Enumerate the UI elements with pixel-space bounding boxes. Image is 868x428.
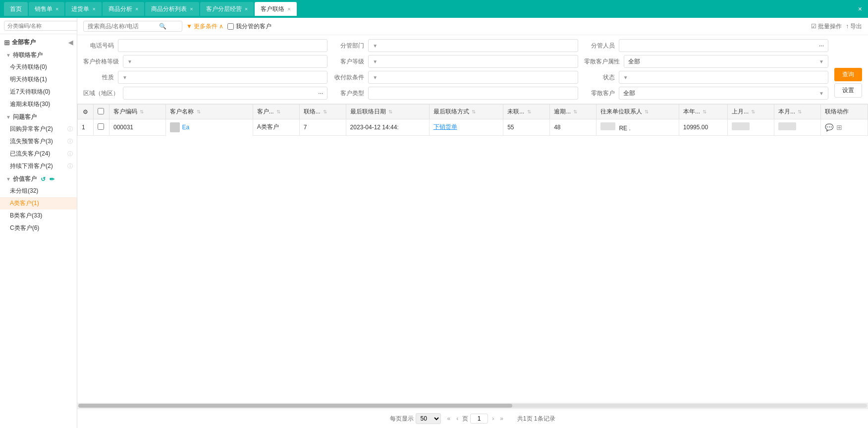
abnormal-label: 回购异常客户(2) [10, 125, 67, 133]
pending-contact-title: 待联络客户 [13, 51, 43, 59]
settings-button[interactable]: 设置 [834, 83, 862, 98]
info-icon-churn-warning: ⓘ [67, 138, 73, 145]
th-not-contacted[interactable]: 未联... ⇅ [503, 105, 550, 119]
nav-tab-analysis-list[interactable]: 商品分析列表 × [145, 2, 199, 16]
filter-search-icon[interactable]: 🔍 [159, 23, 166, 30]
retail-select[interactable]: 全部 ▼ [619, 87, 828, 100]
td-current-month [774, 119, 821, 136]
select-all-checkbox[interactable] [98, 108, 104, 114]
retail-attr-select[interactable]: 全部 ▼ [624, 55, 828, 68]
last-method-link[interactable]: 下销货单 [434, 123, 457, 130]
close-customer-tier-icon[interactable]: × [245, 6, 248, 12]
chat-action-icon[interactable]: 💬 [825, 123, 833, 131]
th-overdue[interactable]: 逾期... ⇅ [550, 105, 597, 119]
export-button[interactable]: ↑ 导出 [846, 22, 862, 31]
sidebar: 🔍 ⊞ 全部客户 ◀ ▼ 待联络客户 今天待联络(0) 明天待联络(1) 近7天… [0, 18, 77, 428]
refresh-icon[interactable]: ↺ [41, 176, 46, 183]
th-current-month[interactable]: 本月... ⇅ [774, 105, 821, 119]
customer-type-input[interactable] [368, 87, 578, 100]
payment-caret: ▼ [373, 75, 378, 80]
nav-tab-customer-tier[interactable]: 客户分层经营 × [200, 2, 254, 16]
sales-label: 销售单 [35, 5, 53, 13]
sidebar-item-unclassified[interactable]: 未分组(32) [0, 185, 77, 197]
my-customers-check[interactable] [227, 23, 234, 30]
page-navigation: « ‹ 页 › » [445, 414, 505, 424]
sort-last-date-icon: ⇅ [388, 109, 392, 114]
dept-select[interactable]: ▼ [368, 39, 578, 52]
top-navigation: 首页 销售单 × 进货单 × 商品分析 × 商品分析列表 × 客户分层经营 × … [0, 0, 868, 18]
status-select[interactable]: ▼ [619, 71, 828, 84]
nav-tab-analysis[interactable]: 商品分析 × [103, 2, 144, 16]
sidebar-item-class-a[interactable]: A类客户(1) [0, 197, 77, 210]
close-sales-icon[interactable]: × [55, 6, 58, 12]
th-contact-count[interactable]: 联络... ⇅ [299, 105, 346, 119]
collapse-sidebar-icon[interactable]: ◀ [68, 39, 73, 46]
customer-name-text[interactable]: Ea [182, 124, 189, 131]
price-grade-select[interactable]: ▼ [123, 55, 327, 68]
filter-search-input[interactable] [88, 23, 157, 30]
grid-action-icon[interactable]: ⊞ [836, 123, 842, 131]
sidebar-item-churn-warning[interactable]: 流失预警客户(3) ⓘ [0, 135, 77, 148]
table-row: 1 000031 Ea A类客户 [78, 119, 868, 136]
close-analysis-icon[interactable]: × [135, 6, 138, 12]
td-contact-person: RE . [597, 119, 679, 136]
sidebar-item-churned[interactable]: 已流失客户(24) ⓘ [0, 148, 77, 160]
customer-grade-select[interactable]: ▼ [368, 55, 578, 68]
first-page-button[interactable]: « [445, 414, 452, 423]
nav-tab-purchase[interactable]: 进货单 × [65, 2, 101, 16]
per-page-select[interactable]: 50 100 200 [416, 413, 441, 424]
nav-tab-home[interactable]: 首页 [4, 2, 28, 16]
th-last-month[interactable]: 上月... ⇅ [728, 105, 774, 119]
th-current-year[interactable]: 本年... ⇅ [679, 105, 728, 119]
sidebar-search-input[interactable] [4, 21, 77, 31]
payment-select[interactable]: ▼ [368, 71, 578, 84]
region-input[interactable]: ··· [123, 87, 327, 100]
close-all-button[interactable]: × [856, 3, 864, 15]
th-last-method[interactable]: 最后联络方式 ⇅ [429, 105, 503, 119]
row-checkbox[interactable] [98, 123, 104, 130]
batch-ops-button[interactable]: ☑ 批量操作 [811, 22, 842, 31]
query-button[interactable]: 查询 [834, 68, 862, 81]
td-contact-count: 7 [299, 119, 346, 136]
th-code[interactable]: 客户编码 ⇅ [109, 105, 166, 119]
my-customers-checkbox[interactable]: 我分管的客户 [227, 22, 271, 31]
close-analysis-list-icon[interactable]: × [190, 6, 193, 12]
table-footer: 每页显示 50 100 200 « ‹ 页 › » 共1页 1条记录 [77, 409, 868, 428]
th-actions: 联络动作 [821, 105, 868, 119]
sidebar-item-class-c[interactable]: C类客户(6) [0, 222, 77, 234]
th-name[interactable]: 客户名称 ⇅ [166, 105, 253, 119]
nav-tab-customer-contact[interactable]: 客户联络 × [255, 2, 296, 16]
nature-select[interactable]: ▼ [118, 71, 327, 84]
nav-tab-sales[interactable]: 销售单 × [29, 2, 64, 16]
th-type[interactable]: 客户... ⇅ [253, 105, 299, 119]
th-contact-person[interactable]: 往来单位联系人 ⇅ [597, 105, 679, 119]
sidebar-item-overdue[interactable]: 逾期未联络(30) [0, 98, 77, 110]
sidebar-item-tomorrow[interactable]: 明天待联络(1) [0, 73, 77, 86]
sidebar-item-today[interactable]: 今天待联络(0) [0, 61, 77, 73]
sort-not-contacted-icon: ⇅ [527, 109, 531, 114]
nature-label: 性质 [83, 73, 118, 82]
th-last-date[interactable]: 最后联络日期 ⇅ [346, 105, 429, 119]
edit-value-icon[interactable]: ✏ [50, 176, 54, 183]
sidebar-item-declining[interactable]: 持续下滑客户(2) ⓘ [0, 160, 77, 172]
scroll-thumb[interactable] [78, 404, 512, 408]
sidebar-item-class-b[interactable]: B类客户(33) [0, 210, 77, 222]
prev-page-button[interactable]: ‹ [454, 414, 460, 423]
sort-last-method-icon: ⇅ [472, 109, 476, 114]
next-page-button[interactable]: › [490, 414, 496, 423]
table-header-row: ⚙ 客户编码 ⇅ 客户名称 ⇅ [78, 105, 868, 119]
sidebar-item-7days[interactable]: 近7天待联络(0) [0, 86, 77, 98]
close-purchase-icon[interactable]: × [92, 6, 95, 12]
manager-input[interactable]: ··· [619, 39, 828, 52]
last-page-button[interactable]: » [498, 414, 505, 423]
sidebar-item-abnormal[interactable]: 回购异常客户(2) ⓘ [0, 123, 77, 135]
close-customer-contact-icon[interactable]: × [287, 6, 290, 12]
purchase-label: 进货单 [71, 5, 89, 13]
overdue-label: 逾期未联络(30) [10, 100, 73, 108]
page-number-input[interactable] [470, 414, 488, 424]
filter-cell-customer-type: 客户类型 [333, 87, 578, 100]
more-conditions-button[interactable]: ▼ 更多条件 ∧ [186, 22, 223, 31]
settings-gear-icon[interactable]: ⚙ [83, 108, 88, 115]
horizontal-scrollbar[interactable] [77, 403, 868, 409]
phone-input[interactable] [118, 39, 327, 52]
